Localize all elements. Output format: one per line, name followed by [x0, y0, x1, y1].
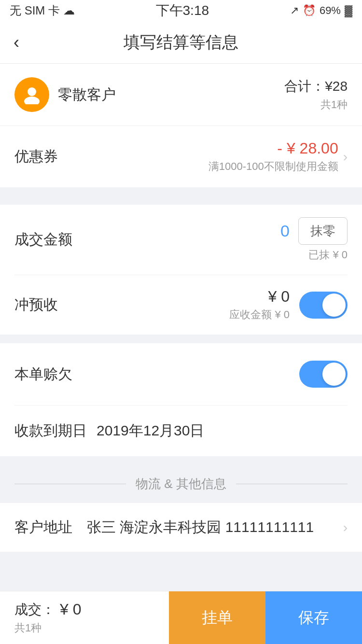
address-label: 客户地址	[14, 518, 72, 537]
svg-point-1	[24, 97, 40, 104]
coupon-info: - ¥ 28.00 满1000-100不限制使用金额	[209, 140, 338, 174]
address-chevron-icon: ›	[343, 520, 348, 535]
coupon-chevron-icon: ›	[343, 149, 348, 165]
bottom-summary: 成交： ¥ 0 共1种	[0, 601, 169, 635]
address-value: 张三 海淀永丰科技园 11111111111	[87, 518, 343, 537]
debt-section: 本单赊欠 收款到期日 2019年12月30日	[0, 343, 362, 456]
advance-toggle[interactable]	[299, 292, 348, 319]
customer-card: 零散客户 合计：¥28 共1种 优惠券 - ¥ 28.00 满1000-100不…	[0, 64, 362, 187]
sim-status: 无 SIM 卡 ☁	[10, 3, 75, 18]
debt-date-value: 2019年12月30日	[97, 421, 204, 441]
coupon-right: - ¥ 28.00 满1000-100不限制使用金额 ›	[209, 140, 348, 174]
nav-bar: ‹ 填写结算等信息	[0, 21, 362, 64]
debt-toggle[interactable]	[299, 361, 348, 388]
logistics-line-right	[236, 484, 348, 484]
debt-date-label: 收款到期日	[14, 421, 87, 441]
advance-right: ¥ 0 应收金额 ¥ 0	[229, 288, 348, 322]
transaction-row: 成交金额 0 抹零 已抹 ¥ 0	[14, 205, 348, 275]
battery-icon: ▓	[345, 4, 352, 17]
coupon-discount: - ¥ 28.00	[209, 140, 338, 157]
transaction-label: 成交金额	[14, 230, 72, 250]
page-title: 填写结算等信息	[124, 31, 238, 54]
advance-row: 冲预收 ¥ 0 应收金额 ¥ 0	[14, 275, 348, 335]
save-button[interactable]: 保存	[265, 591, 362, 644]
coupon-label: 优惠券	[14, 147, 58, 167]
content: 零散客户 合计：¥28 共1种 优惠券 - ¥ 28.00 满1000-100不…	[0, 64, 362, 618]
customer-name: 零散客户	[58, 85, 116, 105]
bottom-deal-row: 成交： ¥ 0	[14, 601, 154, 619]
transaction-right: 0 抹零 已抹 ¥ 0	[280, 217, 348, 262]
total-amount: 合计：¥28	[284, 77, 348, 96]
alarm-icon: ⏰	[303, 4, 316, 17]
back-button[interactable]: ‹	[14, 32, 19, 53]
address-section[interactable]: 客户地址 张三 海淀永丰科技园 11111111111 ›	[0, 503, 362, 552]
status-bar: 无 SIM 卡 ☁ 下午3:18 ↗ ⏰ 69% ▓	[0, 0, 362, 21]
section-divider-2	[0, 335, 362, 343]
section-divider-1	[0, 196, 362, 205]
customer-right: 合计：¥28 共1种	[284, 77, 348, 112]
avatar	[14, 77, 49, 112]
bottom-count: 共1种	[14, 621, 154, 635]
hold-button[interactable]: 挂单	[169, 591, 265, 644]
round-zero-button[interactable]: 抹零	[298, 217, 348, 245]
debt-label: 本单赊欠	[14, 364, 72, 384]
location-icon: ↗	[290, 4, 299, 17]
person-icon	[22, 85, 42, 104]
customer-left: 零散客户	[14, 77, 116, 112]
advance-label: 冲预收	[14, 295, 58, 315]
status-bar-left: 无 SIM 卡 ☁	[10, 3, 75, 18]
status-bar-right: ↗ ⏰ 69% ▓	[290, 4, 352, 17]
total-count: 共1种	[284, 98, 348, 112]
svg-point-0	[28, 87, 36, 96]
logistics-divider: 物流 & 其他信息	[0, 465, 362, 503]
transaction-value: 0	[280, 222, 290, 240]
bottom-deal-label: 成交：	[14, 601, 55, 619]
amount-section: 成交金额 0 抹零 已抹 ¥ 0 冲预收 ¥ 0 应收金额 ¥ 0	[0, 205, 362, 335]
advance-amount: ¥ 0	[229, 288, 290, 306]
debt-toggle-row: 本单赊欠	[14, 343, 348, 406]
coupon-desc: 满1000-100不限制使用金额	[209, 159, 338, 174]
debt-date-row: 收款到期日 2019年12月30日	[14, 406, 348, 456]
logistics-text: 物流 & 其他信息	[136, 476, 226, 492]
address-right: ›	[343, 520, 348, 535]
customer-row: 零散客户 合计：¥28 共1种	[0, 64, 362, 126]
bottom-bar: 成交： ¥ 0 共1种 挂单 保存	[0, 591, 362, 644]
advance-values: ¥ 0 应收金额 ¥ 0	[229, 288, 290, 322]
status-bar-time: 下午3:18	[156, 1, 209, 20]
coupon-row[interactable]: 优惠券 - ¥ 28.00 满1000-100不限制使用金额 ›	[0, 126, 362, 187]
battery-status: 69%	[320, 4, 341, 17]
transaction-amount-row: 0 抹零	[280, 217, 348, 245]
bottom-deal-value: ¥ 0	[60, 601, 81, 618]
already-rounded: 已抹 ¥ 0	[280, 248, 348, 262]
advance-receivable: 应收金额 ¥ 0	[229, 308, 290, 322]
logistics-line-left	[14, 484, 126, 484]
